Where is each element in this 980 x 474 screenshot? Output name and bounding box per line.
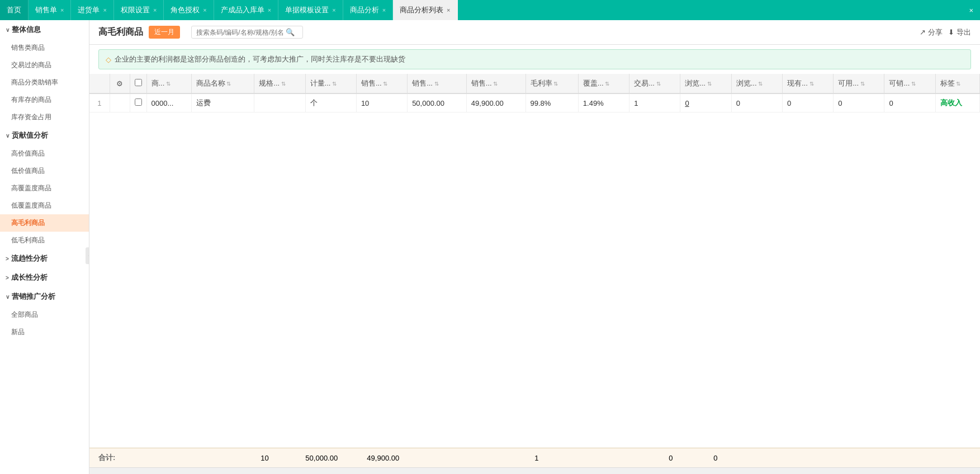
sort-icon: ⇅	[910, 81, 916, 87]
cell-coverage: 1.49%	[578, 93, 629, 112]
cell-browse1[interactable]: 0	[680, 93, 731, 112]
sidebar-item-低覆盖度商品[interactable]: 低覆盖度商品	[0, 197, 89, 214]
row-checkbox[interactable]	[135, 98, 142, 106]
chevron-icon: >	[6, 275, 9, 281]
cell-unit: 个	[305, 93, 356, 112]
nav-tab-单据模板设置[interactable]: 单据模板设置×	[278, 0, 343, 20]
nav-tab-角色授权[interactable]: 角色授权×	[164, 0, 214, 20]
sidebar-collapse-button[interactable]: «	[86, 247, 89, 264]
col-header-current_stock[interactable]: 现有... ⇅	[782, 74, 833, 93]
col-header-browse1[interactable]: 浏览... ⇅	[680, 74, 731, 93]
sidebar-group-贡献值分析[interactable]: ∨贡献值分析	[0, 126, 89, 145]
sidebar-item-高价值商品[interactable]: 高价值商品	[0, 145, 89, 162]
export-button[interactable]: ⬇ 导出	[948, 27, 971, 37]
page-title: 高毛利商品	[98, 26, 143, 38]
cell-sales_amount: 50,000.00	[408, 93, 467, 112]
sidebar-item-高覆盖度商品[interactable]: 高覆盖度商品	[0, 180, 89, 197]
col-header-code[interactable]: 商... ⇅	[146, 74, 191, 93]
col-header-spec[interactable]: 规格... ⇅	[254, 74, 305, 93]
select-all-checkbox[interactable]	[135, 79, 142, 86]
nav-tab-进货单[interactable]: 进货单×	[71, 0, 113, 20]
sort-icon: ⇅	[552, 81, 558, 87]
sidebar-item-销售类商品[interactable]: 销售类商品	[0, 39, 89, 57]
col-header-sales_cost[interactable]: 销售... ⇅	[466, 74, 525, 93]
sidebar-group-成长性分析[interactable]: >成长性分析	[0, 268, 89, 287]
window-close-button[interactable]: ×	[962, 0, 980, 20]
row-number: 1	[89, 93, 110, 112]
sidebar-group-营销推广分析[interactable]: ∨营销推广分析	[0, 287, 89, 306]
sort-icon: ⇅	[604, 81, 610, 87]
col-header-name[interactable]: 商品名称 ⇅	[191, 74, 254, 93]
cell-browse2: 0	[731, 93, 782, 112]
tab-close-icon[interactable]: ×	[332, 7, 335, 13]
col-header-unit[interactable]: 计量... ⇅	[305, 74, 356, 93]
sort-icon: ⇅	[164, 81, 171, 87]
tab-close-icon[interactable]: ×	[103, 7, 106, 13]
footer-empty1	[126, 454, 249, 462]
tab-close-icon[interactable]: ×	[203, 7, 206, 13]
col-header-sales_amount[interactable]: 销售... ⇅	[408, 74, 467, 93]
share-button[interactable]: ↗ 分享	[920, 27, 943, 37]
footer-empty5	[624, 454, 657, 462]
sort-icon: ⇅	[859, 81, 865, 87]
nav-tab-首页[interactable]: 首页	[0, 0, 29, 20]
tab-close-icon[interactable]: ×	[153, 7, 157, 13]
sort-icon: ⇅	[382, 81, 388, 87]
col-header-settings[interactable]: ⚙	[110, 74, 130, 93]
tab-close-icon[interactable]: ×	[382, 7, 386, 13]
col-header-saleable[interactable]: 可销... ⇅	[884, 74, 935, 93]
sidebar-item-新品[interactable]: 新品	[0, 323, 89, 341]
sidebar-item-交易过的商品[interactable]: 交易过的商品	[0, 57, 89, 74]
sidebar-item-有库存的商品[interactable]: 有库存的商品	[0, 91, 89, 109]
sidebar: « ∨整体信息销售类商品交易过的商品商品分类助销率有库存的商品库存资金占用∨贡献…	[0, 20, 89, 474]
footer-current-stock: 0	[669, 454, 702, 462]
cell-available: 0	[834, 93, 884, 112]
col-header-gross_margin[interactable]: 毛利率 ⇅	[525, 74, 578, 93]
footer-empty3	[490, 454, 523, 462]
sidebar-group-流趋性分析[interactable]: >流趋性分析	[0, 249, 89, 268]
nav-tab-权限设置[interactable]: 权限设置×	[114, 0, 164, 20]
content-header: 高毛利商品 近一月 🔍 ↗ 分享 ⬇ 导出	[89, 20, 980, 45]
col-header-tag[interactable]: 标签 ⇅	[935, 74, 979, 93]
nav-tab-商品分析列表[interactable]: 商品分析列表×	[393, 0, 457, 20]
cell-sales_qty: 10	[356, 93, 407, 112]
share-icon: ↗	[920, 28, 926, 36]
cell-tag: 高收入	[935, 93, 979, 112]
tab-close-icon[interactable]: ×	[60, 7, 64, 13]
col-header-checkbox[interactable]	[130, 74, 146, 93]
col-header-sales_qty[interactable]: 销售... ⇅	[356, 74, 407, 93]
cell-settings	[110, 93, 130, 112]
sidebar-item-高毛利商品[interactable]: 高毛利商品	[0, 214, 89, 232]
search-icon[interactable]: 🔍	[286, 28, 295, 36]
sidebar-item-全部商品[interactable]: 全部商品	[0, 306, 89, 323]
nav-tab-销售单[interactable]: 销售单×	[29, 0, 71, 20]
content-area: 高毛利商品 近一月 🔍 ↗ 分享 ⬇ 导出 ◇ 企业的主要的利润都是这部分商品创…	[89, 20, 980, 474]
col-header-coverage[interactable]: 覆盖... ⇅	[578, 74, 629, 93]
sidebar-item-商品分类助销率[interactable]: 商品分类助销率	[0, 74, 89, 91]
header-actions: ↗ 分享 ⬇ 导出	[920, 27, 971, 37]
footer-available: 0	[713, 454, 747, 462]
nav-tab-产成品入库单[interactable]: 产成品入库单×	[214, 0, 278, 20]
cell-gross_margin: 99.8%	[525, 93, 578, 112]
sidebar-item-库存资金占用[interactable]: 库存资金占用	[0, 109, 89, 126]
filter-button[interactable]: 近一月	[149, 26, 180, 39]
tab-close-icon[interactable]: ×	[268, 7, 271, 13]
info-text: 企业的主要的利润都是这部分商品创造的，可考虑加大推广，同时关注库存是不要出现缺货	[115, 54, 405, 64]
footer-empty4	[579, 454, 613, 462]
col-header-available[interactable]: 可用... ⇅	[834, 74, 884, 93]
sort-icon: ⇅	[280, 81, 286, 87]
tab-close-icon[interactable]: ×	[447, 7, 450, 13]
chevron-icon: >	[6, 256, 9, 262]
sidebar-group-label: 成长性分析	[11, 273, 48, 283]
sort-icon: ⇅	[225, 81, 231, 87]
top-nav: 首页销售单×进货单×权限设置×角色授权×产成品入库单×单据模板设置×商品分析×商…	[0, 0, 980, 20]
horizontal-scrollbar[interactable]	[89, 467, 980, 474]
col-header-browse2[interactable]: 浏览... ⇅	[731, 74, 782, 93]
sidebar-group-整体信息[interactable]: ∨整体信息	[0, 20, 89, 39]
sidebar-item-低毛利商品[interactable]: 低毛利商品	[0, 232, 89, 249]
nav-tab-商品分析[interactable]: 商品分析×	[343, 0, 393, 20]
footer-label: 合计:	[98, 453, 115, 463]
sidebar-item-低价值商品[interactable]: 低价值商品	[0, 162, 89, 180]
col-header-transaction[interactable]: 交易... ⇅	[629, 74, 680, 93]
search-input[interactable]	[196, 29, 286, 36]
